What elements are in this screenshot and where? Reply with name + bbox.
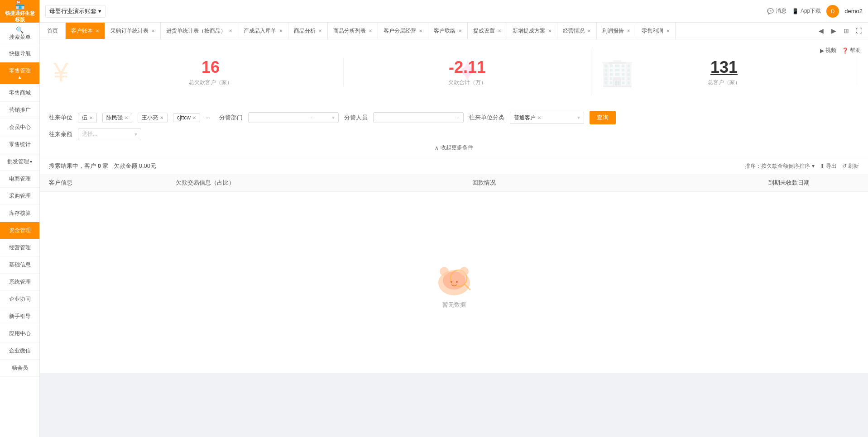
remaining-placeholder: 选择... <box>82 130 97 138</box>
help-button[interactable]: ❓ 帮助 <box>842 47 861 54</box>
tab-product-analysis-list[interactable]: 商品分析列表 ✕ <box>328 23 378 39</box>
sidebar-ecommerce-label: 电商管理 <box>3 175 37 183</box>
sidebar-item-retail-stats[interactable]: 零售统计 <box>0 136 39 153</box>
tab-product-analysis-close[interactable]: ✕ <box>318 28 322 33</box>
sidebar-item-search[interactable]: 🔍 搜索菜单 <box>0 23 39 45</box>
app-download-button[interactable]: 📱 App下载 <box>792 7 821 15</box>
filter-tag-wang-remove[interactable]: ✕ <box>160 115 163 120</box>
tab-new-commission[interactable]: 新增提成方案 ✕ <box>507 23 557 39</box>
stat-total-customers: 16 总欠款客户（家） <box>51 57 344 86</box>
svg-point-5 <box>460 267 469 276</box>
sidebar-item-members[interactable]: 会员中心 <box>0 119 39 136</box>
remaining-select-arrow: ▾ <box>134 131 137 138</box>
sidebar-item-purchase[interactable]: 采购管理 <box>0 188 39 205</box>
refresh-button[interactable]: ↺ 刷新 <box>842 162 859 170</box>
query-button[interactable]: 查询 <box>590 111 616 124</box>
tab-commission-settings-close[interactable]: ✕ <box>498 28 501 33</box>
sidebar-item-enterprise-wechat[interactable]: 企业微信 <box>0 342 39 360</box>
results-count: 0 <box>98 162 101 169</box>
store-selector[interactable]: 母婴行业演示账套 ▾ <box>45 5 106 18</box>
tab-scroll-left[interactable]: ◀ <box>815 25 826 36</box>
sidebar-changhui-label: 畅会员 <box>3 364 37 372</box>
tab-retail-profit-close[interactable]: ✕ <box>666 28 670 33</box>
dept-select-arrow: ▾ <box>332 114 335 121</box>
stat-icon-building: 🏢 <box>600 56 634 88</box>
stat-customers-label: 总欠款客户（家） <box>189 79 232 86</box>
stat-customers-value: 16 <box>201 57 220 77</box>
tab-customer-contact-close[interactable]: ✕ <box>458 28 462 33</box>
remaining-select[interactable]: 选择... ▾ <box>78 128 141 140</box>
video-help-area: ▶ 视频 ❓ 帮助 <box>820 47 861 54</box>
tab-purchase-stats-close[interactable]: ✕ <box>229 28 232 33</box>
tab-home[interactable]: 首页 <box>40 23 66 39</box>
topbar-left: 母婴行业演示账套 ▾ <box>45 5 763 18</box>
remaining-filter-label: 往来余额 <box>49 130 72 138</box>
sort-selector[interactable]: 排序：按欠款金额倒序排序 ▾ <box>745 162 815 170</box>
tab-new-commission-close[interactable]: ✕ <box>548 28 551 33</box>
tab-purchase-stats-by-product[interactable]: 进货单统计表（按商品） ✕ <box>161 23 238 39</box>
tab-customer-account[interactable]: 客户账本 ✕ <box>66 23 105 39</box>
tab-profit-report[interactable]: 利润报告 ✕ <box>597 23 636 39</box>
sidebar-item-beginner-guide[interactable]: 新手引导 <box>0 308 39 325</box>
refresh-label: 刷新 <box>848 162 859 170</box>
tab-customer-tier[interactable]: 客户分层经营 ✕ <box>378 23 428 39</box>
tab-operations-close[interactable]: ✕ <box>587 28 591 33</box>
tab-scroll-right[interactable]: ▶ <box>828 25 839 36</box>
table-col4: 到期未收款日期 <box>768 179 859 187</box>
video-button[interactable]: ▶ 视频 <box>820 47 836 54</box>
sidebar-item-retail-mall[interactable]: 零售商城 <box>0 85 39 102</box>
results-prefix-label: 搜索结果中，客户 <box>49 162 96 169</box>
tab-purchase-order-stats[interactable]: 采购订单统计表 ✕ <box>105 23 161 39</box>
tab-new-commission-label: 新增提成方案 <box>513 27 545 35</box>
category-tag-remove[interactable]: ✕ <box>537 115 541 120</box>
tab-customer-contact[interactable]: 客户联络 ✕ <box>428 23 468 39</box>
sidebar-item-enterprise-collab[interactable]: 企业协同 <box>0 291 39 308</box>
sidebar-item-app-center[interactable]: 应用中心 <box>0 325 39 342</box>
filter-tag-wu-remove[interactable]: ✕ <box>89 115 93 120</box>
sidebar-item-finance[interactable]: 资金管理 <box>0 222 39 239</box>
dept-select[interactable]: ··· ▾ <box>248 112 339 123</box>
sidebar-item-basic-info[interactable]: 基础信息 <box>0 256 39 274</box>
filter-tag-chen-remove[interactable]: ✕ <box>125 115 128 120</box>
sidebar-item-operations[interactable]: 经营管理 <box>0 239 39 256</box>
sidebar-wholesale-label: 批发管理 <box>7 158 29 166</box>
table-body-empty: 暂无数据 <box>40 192 868 373</box>
tab-operations[interactable]: 经营情况 ✕ <box>557 23 597 39</box>
collapse-button[interactable]: ∧ 收起更多条件 <box>435 144 473 152</box>
tab-customer-tier-close[interactable]: ✕ <box>419 28 422 33</box>
tab-fullscreen[interactable]: ⛶ <box>854 25 864 36</box>
tab-product-inbound[interactable]: 产成品入库单 ✕ <box>238 23 288 39</box>
tab-retail-profit[interactable]: 零售利润 ✕ <box>636 23 676 39</box>
sidebar-item-wholesale[interactable]: 批发管理 ▾ <box>0 153 39 171</box>
sidebar-item-quicknav[interactable]: 快捷导航 <box>0 45 39 62</box>
tab-customer-account-close[interactable]: ✕ <box>96 28 99 33</box>
user-avatar-initial: D <box>831 9 834 14</box>
help-icon: ❓ <box>842 48 849 54</box>
tab-commission-settings[interactable]: 提成设置 ✕ <box>468 23 507 39</box>
collapse-icon: ∧ <box>435 145 439 151</box>
sidebar-item-ecommerce[interactable]: 电商管理 <box>0 171 39 188</box>
filter-tag-cjttcw-remove[interactable]: ✕ <box>192 115 196 120</box>
tab-product-inbound-close[interactable]: ✕ <box>279 28 283 33</box>
message-button[interactable]: 💬 消息 <box>767 7 786 15</box>
sidebar-retail-arrow: ▲ <box>3 75 37 80</box>
category-tag-text: 普通客户 <box>514 114 536 122</box>
tab-product-analysis-list-close[interactable]: ✕ <box>369 28 372 33</box>
sidebar-item-retail-management[interactable]: 零售管理 ▲ <box>0 62 39 85</box>
export-button[interactable]: ⬆ 导出 <box>820 162 837 170</box>
tab-profit-report-close[interactable]: ✕ <box>627 28 630 33</box>
tab-product-analysis[interactable]: 商品分析 ✕ <box>288 23 328 39</box>
tab-purchase-order-close[interactable]: ✕ <box>151 28 155 33</box>
sidebar-item-changhui[interactable]: 畅会员 <box>0 360 39 377</box>
sidebar-item-marketing[interactable]: 营销推广 <box>0 102 39 119</box>
sidebar-item-inventory[interactable]: 库存核算 <box>0 205 39 222</box>
filter-tag-cjttcw-text: cjttcw <box>177 114 191 121</box>
filter-more-button[interactable]: ··· <box>206 114 210 121</box>
tab-expand[interactable]: ⊞ <box>841 25 852 36</box>
person-select[interactable]: ··· <box>373 112 464 123</box>
empty-text: 暂无数据 <box>442 301 466 309</box>
user-avatar[interactable]: D <box>826 5 839 18</box>
table-col1: 客户信息 <box>49 179 176 187</box>
sidebar-item-system[interactable]: 系统管理 <box>0 274 39 291</box>
category-select[interactable]: 普通客户 ✕ ▾ <box>510 112 584 124</box>
